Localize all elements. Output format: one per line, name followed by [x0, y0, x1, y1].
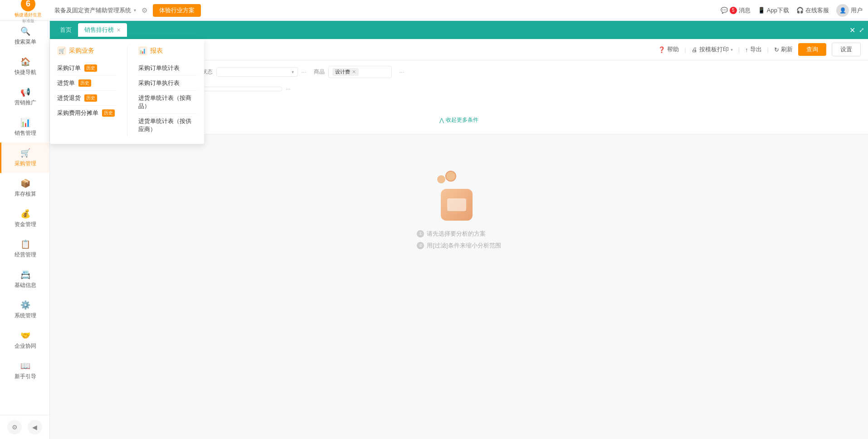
purchase-icon: 🛒 [20, 148, 30, 158]
refresh-item[interactable]: ↻ 刷新 [774, 45, 793, 54]
doc-status-select[interactable]: ▾ [216, 67, 298, 77]
sidebar-item-sales[interactable]: 📊 销售管理 [0, 112, 49, 143]
settings-bottom-btn[interactable]: ⚙ [7, 420, 22, 434]
dropdown-purchase-col: 🛒 采购业务 采购订单 历史 进货单 历史 进货退货 历史 采购费用分摊单 历史 [57, 46, 116, 137]
phone-icon: 📱 [758, 7, 765, 14]
doc-status-arrow-icon: ▾ [292, 69, 294, 74]
history-badge-4: 历史 [102, 109, 115, 117]
trial-button[interactable]: 体验行业方案 [153, 4, 201, 17]
topbar: 6 畅捷通好生意 标准版 装备及固定资产辅助管理系统 ▾ ⚙ 体验行业方案 💬 … [0, 0, 868, 21]
sidebar-item-marketing[interactable]: 📢 营销推广 [0, 82, 49, 112]
goods-dots[interactable]: ··· [400, 69, 405, 75]
print-item[interactable]: 🖨 按模板打印 ▾ [692, 45, 733, 54]
app-download-item[interactable]: 📱 App下载 [758, 6, 789, 15]
message-item[interactable]: 💬 5 消息 [721, 6, 751, 15]
guide-icon: 📖 [20, 361, 30, 371]
system-icon: ⚙️ [20, 300, 30, 310]
empty-tip-2: ② 用[过滤]条件来缩小分析范围 [417, 240, 501, 252]
collapse-button[interactable]: ⋀ 收起更多条件 [439, 113, 478, 127]
export-icon: ↑ [745, 46, 748, 53]
logo-name: 畅捷通好生意 [15, 12, 42, 18]
collapse-btn[interactable]: ◀ [28, 420, 42, 434]
refresh-label: 刷新 [781, 45, 793, 54]
tab-sales-rank-label: 销售排行榜 [84, 26, 114, 34]
salesperson-value[interactable] [191, 87, 282, 91]
export-item[interactable]: ↑ 导出 [745, 45, 762, 54]
query-button[interactable]: 查询 [798, 43, 826, 56]
salesperson-dots[interactable]: ··· [286, 85, 291, 92]
goods-value[interactable]: 设计费 ✕ [328, 66, 392, 78]
robot-screen [447, 198, 466, 211]
tab-close-window-icon[interactable]: ✕ [849, 26, 855, 35]
sidebar-item-finance[interactable]: 💰 资金管理 [0, 203, 49, 234]
empty-tip-1: ① 请先选择要分析的方案 [417, 228, 501, 240]
sidebar-item-operation[interactable]: 📋 经营管理 [0, 234, 49, 264]
tabbar: 首页 销售排行榜 ✕ ✕ ⤢ [50, 21, 868, 39]
refresh-icon: ↻ [774, 46, 779, 53]
message-label: 消息 [739, 6, 751, 15]
doc-status-filter: 单据状态 ▾ ··· [191, 67, 307, 77]
purchase-return-label: 进货退货 [57, 94, 81, 102]
gear-icon[interactable]: ⚙ [141, 6, 147, 15]
report-4-label: 进货单统计表（按供应商） [138, 117, 197, 133]
dropdown-item-purchase-in[interactable]: 进货单 历史 [57, 76, 116, 91]
empty-tip-2-text: 用[过滤]条件来缩小分析范围 [427, 240, 501, 252]
sidebar-item-purchase[interactable]: 🛒 采购管理 [0, 143, 49, 173]
sidebar-item-finance-label: 资金管理 [15, 221, 36, 228]
tab-close-icon[interactable]: ✕ [117, 27, 121, 33]
online-service-label: 在线客服 [805, 6, 829, 15]
robot-head [445, 171, 456, 182]
settings-button[interactable]: 设置 [832, 43, 861, 56]
collapse-text: 收起更多条件 [446, 116, 478, 124]
sidebar-item-enterprise[interactable]: 🤝 企业协同 [0, 325, 49, 355]
online-service-item[interactable]: 🎧 在线客服 [796, 6, 829, 15]
dropdown-report-col: 📊 报表 采购订单统计表 采购订单执行表 进货单统计表（按商品） 进货单统计表（… [138, 46, 197, 137]
purchase-order-label: 采购订单 [57, 64, 81, 72]
dropdown-purchase-title: 🛒 采购业务 [57, 46, 116, 55]
sidebar-item-search[interactable]: 🔍 搜索菜单 [0, 21, 49, 51]
finance-icon: 💰 [20, 209, 30, 219]
dropdown-item-report-1[interactable]: 采购订单统计表 [138, 61, 197, 76]
collapse-icon: ◀ [32, 424, 37, 431]
goods-filter: 商品 设计费 ✕ ··· [314, 66, 405, 78]
tip-num-1: ① [417, 230, 424, 237]
search-icon: 🔍 [20, 26, 30, 36]
dropdown-item-report-4[interactable]: 进货单统计表（按供应商） [138, 114, 197, 137]
print-icon: 🖨 [692, 46, 697, 53]
system-title-area: 装备及固定资产辅助管理系统 ▾ ⚙ [54, 6, 147, 15]
sidebar-item-inventory-label: 库存核算 [15, 190, 36, 198]
tab-maximize-icon[interactable]: ⤢ [859, 26, 864, 34]
history-badge-2: 历史 [78, 79, 91, 87]
purchase-badge-icon: 🛒 [57, 46, 66, 55]
sidebar-item-basic[interactable]: 📇 基础信息 [0, 264, 49, 295]
dropdown-item-purchase-expense[interactable]: 采购费用分摊单 历史 [57, 106, 116, 120]
avatar: 👤 [836, 4, 849, 17]
sidebar-item-quicknav-label: 快捷导航 [15, 69, 36, 76]
tab-sales-rank[interactable]: 销售排行榜 ✕ [78, 23, 127, 37]
dropdown-item-purchase-return[interactable]: 进货退货 历史 [57, 91, 116, 106]
operation-icon: 📋 [20, 239, 30, 249]
sidebar-item-quicknav[interactable]: 🏠 快捷导航 [0, 51, 49, 82]
dropdown-arrow-icon[interactable]: ▾ [134, 8, 136, 13]
sidebar-item-inventory[interactable]: 📦 库存核算 [0, 173, 49, 203]
sidebar-item-system[interactable]: ⚙️ 系统管理 [0, 295, 49, 325]
sidebar-item-enterprise-label: 企业协同 [15, 342, 36, 350]
purchase-expense-label: 采购费用分摊单 [57, 109, 98, 117]
enterprise-icon: 🤝 [20, 330, 30, 340]
message-badge: 5 [730, 7, 737, 14]
doc-status-dots[interactable]: ··· [302, 69, 307, 75]
dropdown-item-report-3[interactable]: 进货单统计表（按商品） [138, 91, 197, 114]
sidebar-item-guide[interactable]: 📖 新手引导 [0, 355, 49, 386]
tab-home[interactable]: 首页 [54, 23, 78, 37]
user-item[interactable]: 👤 用户 [836, 4, 863, 17]
tip-num-2: ② [417, 242, 424, 249]
headset-icon: 🎧 [796, 7, 804, 14]
dropdown-item-report-2[interactable]: 采购订单执行表 [138, 76, 197, 91]
sidebar-item-search-label: 搜索菜单 [15, 38, 36, 46]
goods-tag-close-icon[interactable]: ✕ [352, 69, 356, 75]
help-item[interactable]: ❓ 帮助 [658, 45, 679, 54]
export-label: 导出 [750, 45, 762, 54]
dropdown-item-purchase-order[interactable]: 采购订单 历史 [57, 61, 116, 76]
dropdown-divider [127, 46, 127, 137]
history-badge-1: 历史 [84, 64, 97, 72]
